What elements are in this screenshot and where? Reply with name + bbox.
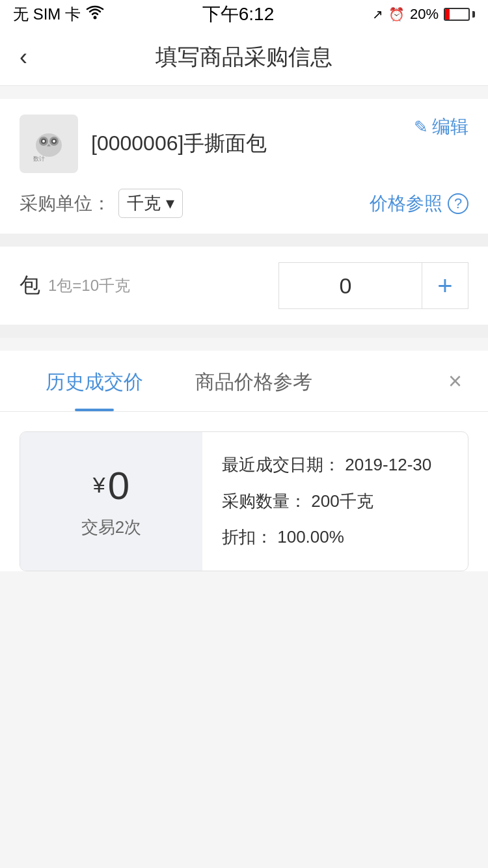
price-number: 0 [108, 463, 129, 508]
currency-symbol: ¥ [93, 472, 105, 498]
purchase-qty-value: 200千克 [311, 491, 373, 511]
unit-value: 千克 [127, 192, 161, 215]
alarm-icon: ⏰ [388, 7, 405, 22]
tabs-section: 历史成交价 商品价格参考 × ¥ 0 交易2次 最近成交日期： 2019-12-… [0, 351, 488, 571]
help-icon: ? [448, 193, 468, 214]
recent-date-label: 最近成交日期： [222, 455, 340, 474]
purchase-qty-row: 采购数量： 200千克 [222, 488, 448, 515]
recent-date-value: 2019-12-30 [345, 455, 431, 474]
section-divider [0, 234, 488, 247]
wifi-icon [86, 5, 104, 23]
status-bar: 无 SIM 卡 下午6:12 ↗ ⏰ 20% [0, 0, 488, 29]
svg-text:数计: 数计 [33, 156, 45, 162]
qty-label-group: 包 1包=10千克 [20, 271, 130, 300]
svg-point-6 [42, 140, 45, 142]
back-button[interactable]: ‹ [20, 37, 34, 77]
tab-history-price[interactable]: 历史成交价 [20, 351, 169, 411]
quantity-input[interactable] [278, 262, 422, 309]
nav-bar: ‹ 填写商品采购信息 [0, 29, 488, 86]
trade-price-amount: ¥ 0 [93, 463, 129, 508]
tab-product-price-ref[interactable]: 商品价格参考 [169, 351, 338, 411]
status-time: 下午6:12 [202, 2, 275, 27]
status-right: ↗ ⏰ 20% [372, 6, 475, 23]
status-left: 无 SIM 卡 [13, 4, 104, 25]
edit-icon: ✎ [414, 117, 428, 137]
battery-percent: 20% [410, 6, 439, 23]
product-thumbnail: 数计 [20, 115, 78, 173]
tabs-header: 历史成交价 商品价格参考 × [0, 351, 488, 412]
discount-value: 100.00% [277, 527, 344, 547]
product-left: 数计 [0000006]手撕面包 [20, 115, 267, 173]
quantity-plus-button[interactable]: + [422, 262, 468, 309]
recent-date-row: 最近成交日期： 2019-12-30 [222, 452, 448, 479]
price-ref-label: 价格参照 [370, 191, 442, 216]
unit-selector-group: 采购单位： 千克 ▾ [20, 189, 183, 218]
trade-card: ¥ 0 交易2次 最近成交日期： 2019-12-30 采购数量： 200千克 … [20, 431, 468, 571]
purchase-qty-label: 采购数量： [222, 491, 306, 511]
qty-unit-badge: 包 [20, 271, 40, 300]
tabs-divider [0, 325, 488, 338]
product-name: [0000006]手撕面包 [91, 129, 267, 158]
location-icon: ↗ [372, 7, 383, 22]
main-background [0, 591, 488, 868]
trade-price-panel: ¥ 0 交易2次 [20, 432, 202, 571]
trade-count: 交易2次 [81, 516, 141, 539]
product-section: 数计 [0000006]手撕面包 ✎ 编辑 采购单位： 千克 ▾ 价格参照 ? [0, 99, 488, 234]
no-sim-text: 无 SIM 卡 [13, 4, 81, 25]
page-title: 填写商品采购信息 [156, 42, 332, 72]
product-header: 数计 [0000006]手撕面包 ✎ 编辑 [20, 115, 468, 173]
discount-row: 折扣： 100.00% [222, 524, 448, 551]
qty-input-group: + [278, 262, 468, 309]
svg-point-0 [94, 16, 97, 20]
dropdown-arrow-icon: ▾ [166, 193, 174, 213]
unit-dropdown[interactable]: 千克 ▾ [118, 189, 183, 218]
unit-label: 采购单位： [20, 191, 111, 216]
quantity-row: 包 1包=10千克 + [0, 247, 488, 325]
svg-point-7 [53, 140, 55, 142]
tabs-close-button[interactable]: × [442, 361, 468, 401]
trade-detail-panel: 最近成交日期： 2019-12-30 采购数量： 200千克 折扣： 100.0… [202, 432, 468, 571]
product-unit-row: 采购单位： 千克 ▾ 价格参照 ? [20, 189, 468, 218]
qty-conversion-note: 1包=10千克 [48, 275, 130, 296]
price-reference-button[interactable]: 价格参照 ? [370, 191, 468, 216]
battery-indicator [444, 8, 475, 21]
edit-button[interactable]: ✎ 编辑 [414, 115, 468, 139]
discount-label: 折扣： [222, 527, 273, 547]
